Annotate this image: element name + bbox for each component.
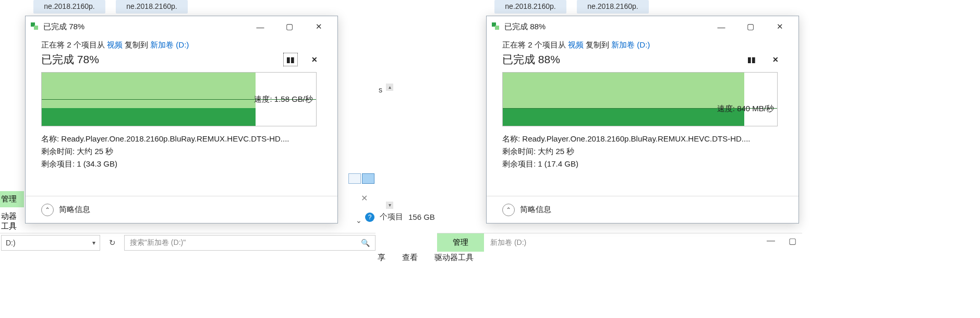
chevron-down-icon: ▾ <box>92 239 95 246</box>
ribbon-view[interactable]: 查看 <box>402 253 418 263</box>
source-link[interactable]: 视频 <box>107 40 123 49</box>
source-link[interactable]: 视频 <box>568 40 584 49</box>
help-icon[interactable]: ? <box>365 213 374 222</box>
copy-description: 正在将 2 个项目从 视频 复制到 新加卷 (D:) <box>502 40 783 50</box>
scrollbar-up-icon[interactable]: ▴ <box>386 84 393 91</box>
ribbon-tab-manage[interactable]: 管理 <box>437 233 484 252</box>
search-placeholder: 搜索"新加卷 (D:)" <box>130 238 186 248</box>
speed-value: 1.58 GB/秒 <box>274 95 313 103</box>
maximize-button[interactable]: ▢ <box>736 17 765 37</box>
copy-details: 名称: Ready.Player.One.2018.2160p.BluRay.R… <box>41 133 322 170</box>
detail-value: Ready.Player.One.2018.2160p.BluRay.REMUX… <box>522 134 750 143</box>
graph-fill-dark <box>503 108 744 126</box>
refresh-button[interactable]: ↻ <box>104 235 120 251</box>
copy-mid: 复制到 <box>584 40 611 49</box>
toggle-details-button[interactable]: 简略信息 <box>59 205 90 215</box>
detail-label: 剩余时间: <box>502 147 538 156</box>
ribbon-tools[interactable]: 驱动器工具 <box>434 253 474 263</box>
cancel-button[interactable]: ✕ <box>307 53 322 66</box>
view-details-icon[interactable] <box>348 173 361 184</box>
ribbon-tab-tools[interactable]: 动器工具 <box>0 207 24 235</box>
minimize-button[interactable]: — <box>767 236 775 246</box>
detail-time: 剩余时间: 大约 25 秒 <box>41 145 317 158</box>
maximize-button[interactable]: ▢ <box>275 17 304 37</box>
detail-label: 剩余时间: <box>41 147 77 156</box>
path-text: 新加卷 (D:) <box>490 238 526 248</box>
speed-label-text: 速度: <box>254 95 274 103</box>
close-icon[interactable]: ✕ <box>361 193 368 203</box>
explorer-address-bar: D:) ▾ ↻ 搜索"新加卷 (D:)" 🔍 <box>0 233 376 252</box>
percent-text: 已完成 88% <box>502 52 560 67</box>
graph-fill-dark <box>42 108 256 126</box>
minimize-button[interactable]: — <box>707 17 736 37</box>
window-title: 已完成 78% <box>43 22 84 32</box>
ribbon-right: 享 查看 驱动器工具 <box>378 253 474 263</box>
maximize-button[interactable]: ▢ <box>789 236 796 246</box>
explorer-toolbar-right: 管理 新加卷 (D:) <box>437 233 802 252</box>
detail-value: 大约 25 秒 <box>77 147 113 156</box>
status-items-label: 个项目 <box>380 212 403 222</box>
speed-graph: 速度: 840 MB/秒 <box>502 72 778 126</box>
file-tile[interactable]: ne.2018.2160p. <box>494 0 566 14</box>
toggle-details-button[interactable]: 简略信息 <box>520 205 551 215</box>
pause-button[interactable]: ▮▮ <box>744 53 759 66</box>
detail-label: 剩余项目: <box>502 159 538 168</box>
search-icon: 🔍 <box>361 239 370 247</box>
copy-details: 名称: Ready.Player.One.2018.2160p.BluRay.R… <box>502 133 783 170</box>
window-buttons-right: — ▢ <box>767 236 796 246</box>
file-tile[interactable]: ne.2018.2160p. <box>577 0 649 14</box>
scrollbar-down-icon[interactable]: ▾ <box>386 202 393 209</box>
close-button[interactable]: ✕ <box>304 17 333 37</box>
speed-label: 速度: 1.58 GB/秒 <box>254 95 313 104</box>
chevron-down-icon[interactable]: ⌄ <box>356 216 362 225</box>
drive-label: D:) <box>6 239 16 247</box>
stray-char: s <box>379 86 382 94</box>
status-bar: ? 个项目 156 GB <box>365 212 435 222</box>
search-input[interactable]: 搜索"新加卷 (D:)" 🔍 <box>124 235 376 251</box>
chevron-up-icon[interactable]: ⌃ <box>41 204 54 216</box>
copy-description: 正在将 2 个项目从 视频 复制到 新加卷 (D:) <box>41 40 322 50</box>
titlebar[interactable]: 已完成 88% — ▢ ✕ <box>487 16 798 37</box>
status-size: 156 GB <box>408 213 435 221</box>
close-button[interactable]: ✕ <box>765 17 794 37</box>
detail-time: 剩余时间: 大约 25 秒 <box>502 145 778 158</box>
copy-icon <box>31 22 39 31</box>
speed-label-text: 速度: <box>717 104 737 113</box>
detail-name: 名称: Ready.Player.One.2018.2160p.BluRay.R… <box>41 133 317 145</box>
view-tiles-icon[interactable] <box>362 173 374 184</box>
file-tile[interactable]: ne.2018.2160p. <box>33 0 105 14</box>
detail-label: 名称: <box>502 134 522 143</box>
titlebar[interactable]: 已完成 78% — ▢ ✕ <box>26 16 337 37</box>
detail-value: Ready.Player.One.2018.2160p.BluRay.REMUX… <box>61 134 289 143</box>
copy-prefix: 正在将 2 个项目从 <box>41 40 107 49</box>
pause-button[interactable]: ▮▮ <box>283 53 298 66</box>
dialog-footer: ⌃ 简略信息 <box>26 196 337 223</box>
speed-graph: 速度: 1.58 GB/秒 <box>41 72 317 126</box>
copy-prefix: 正在将 2 个项目从 <box>502 40 568 49</box>
window-title: 已完成 88% <box>504 22 546 32</box>
cancel-button[interactable]: ✕ <box>768 53 783 66</box>
ribbon-tab-manage[interactable]: 管理 <box>0 191 24 207</box>
detail-remaining: 剩余项目: 1 (34.3 GB) <box>41 158 317 170</box>
percent-text: 已完成 78% <box>41 52 99 67</box>
dest-link[interactable]: 新加卷 (D:) <box>150 40 189 49</box>
detail-value: 1 (34.3 GB) <box>77 159 117 168</box>
detail-label: 剩余项目: <box>41 159 77 168</box>
copy-mid: 复制到 <box>123 40 150 49</box>
chevron-up-icon[interactable]: ⌃ <box>502 204 515 216</box>
copy-icon <box>492 22 500 31</box>
dest-link[interactable]: 新加卷 (D:) <box>611 40 650 49</box>
minimize-button[interactable]: — <box>246 17 275 37</box>
explorer-sidebar-fragment: 管理 动器工具 <box>0 191 24 235</box>
view-mode-icons <box>348 173 374 184</box>
detail-value: 大约 25 秒 <box>538 147 574 156</box>
copy-dialog: 已完成 88% — ▢ ✕ 正在将 2 个项目从 视频 复制到 新加卷 (D:)… <box>486 16 799 223</box>
detail-value: 1 (17.4 GB) <box>538 159 578 168</box>
drive-dropdown[interactable]: D:) ▾ <box>1 235 100 251</box>
speed-label: 速度: 840 MB/秒 <box>717 104 774 114</box>
detail-remaining: 剩余项目: 1 (17.4 GB) <box>502 158 778 170</box>
detail-name: 名称: Ready.Player.One.2018.2160p.BluRay.R… <box>502 133 778 145</box>
file-tile[interactable]: ne.2018.2160p. <box>116 0 188 14</box>
ribbon-share[interactable]: 享 <box>378 253 385 263</box>
speed-value: 840 MB/秒 <box>737 104 774 113</box>
